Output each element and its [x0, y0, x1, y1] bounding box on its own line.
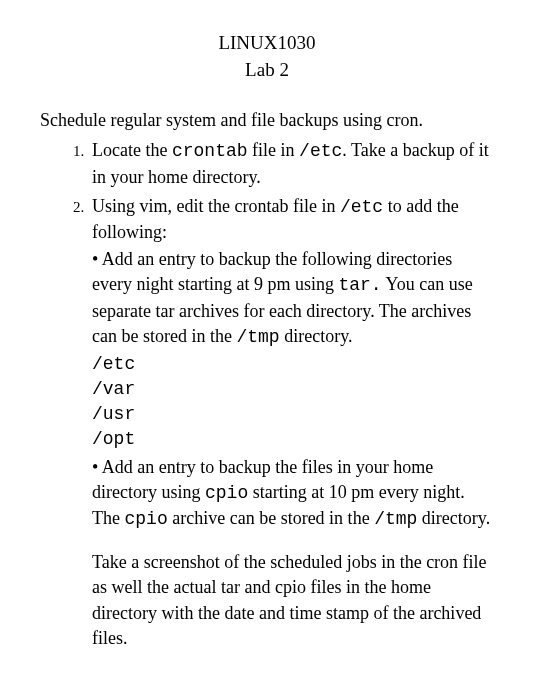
step-2-content: • Add an entry to backup the following d… — [92, 247, 494, 532]
dir-opt: /opt — [92, 427, 494, 452]
step-1-pre: Locate the — [92, 140, 172, 160]
step-1-mid: file in — [248, 140, 300, 160]
bullet-1-code-tmp: /tmp — [236, 327, 279, 347]
dir-usr: /usr — [92, 402, 494, 427]
steps-list: Locate the crontab file in /etc. Take a … — [40, 138, 494, 532]
step-2-code-etc: /etc — [340, 197, 383, 217]
step-1-code-etc: /etc — [299, 141, 342, 161]
bullet-2-code-cpio2: cpio — [124, 509, 167, 529]
bullet-1-post: directory. — [280, 326, 353, 346]
bullet-1: • Add an entry to backup the following d… — [92, 247, 494, 350]
step-2: Using vim, edit the crontab file in /etc… — [88, 194, 494, 532]
lab-number: Lab 2 — [40, 57, 494, 84]
bullet-2-post: directory. — [417, 508, 490, 528]
bullet-2-mid2: archive can be stored in the — [168, 508, 374, 528]
step-1: Locate the crontab file in /etc. Take a … — [88, 138, 494, 189]
directory-list: /etc /var /usr /opt — [92, 352, 494, 453]
step-1-code-crontab: crontab — [172, 141, 248, 161]
bullet-2: • Add an entry to backup the files in yo… — [92, 455, 494, 533]
bullet-1-code-tar: tar. — [338, 275, 381, 295]
document-header: LINUX1030 Lab 2 — [40, 30, 494, 83]
bullet-2-code-tmp: /tmp — [374, 509, 417, 529]
step-2-pre: Using vim, edit the crontab file in — [92, 196, 340, 216]
course-code: LINUX1030 — [40, 30, 494, 57]
intro-text: Schedule regular system and file backups… — [40, 108, 494, 133]
bullet-2-code-cpio1: cpio — [205, 483, 248, 503]
dir-etc: /etc — [92, 352, 494, 377]
closing-instruction: Take a screenshot of the scheduled jobs … — [92, 550, 494, 651]
dir-var: /var — [92, 377, 494, 402]
